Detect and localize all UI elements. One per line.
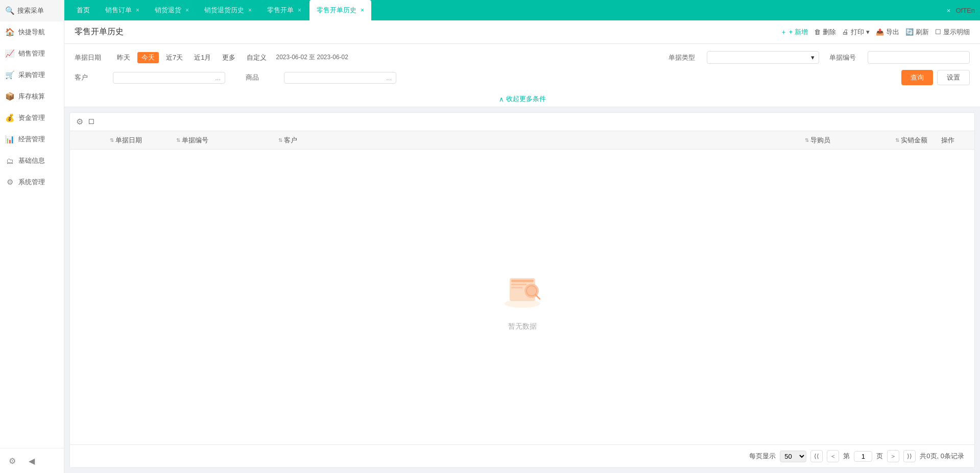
sidebar-item-purchase-mgmt[interactable]: 🛒 采购管理 <box>0 64 64 86</box>
th-sort-amount-icon: ⇅ <box>895 137 899 143</box>
settings-gear-icon[interactable]: ⚙ <box>76 117 83 127</box>
collapse-bar[interactable]: ∧ 收起更多条件 <box>75 91 970 107</box>
topnav: 首页 销售订单 × 销货退货 × 销货退货历史 × 零售开单 × 零售开单历史 … <box>64 0 980 20</box>
th-date[interactable]: ⇅ 单据日期 <box>110 136 176 145</box>
goods-input-wrap[interactable]: ... <box>284 72 396 84</box>
first-page-btn[interactable]: ⟨⟨ <box>810 450 823 462</box>
sidebar-item-label: 销售管理 <box>18 49 45 58</box>
th-action: 操作 <box>927 136 968 145</box>
tab-sales-return-history[interactable]: 销货退货历史 × <box>197 0 259 20</box>
date-option-yesterday[interactable]: 昨天 <box>113 52 134 63</box>
tab-retail-open-close[interactable]: × <box>298 7 301 14</box>
prev-page-btn[interactable]: ＜ <box>827 450 839 462</box>
number-label: 单据编号 <box>829 53 857 62</box>
date-range-display: 2023-06-02 至 2023-06-02 <box>276 53 348 62</box>
th-sort-guide-icon: ⇅ <box>805 137 809 143</box>
tab-home[interactable]: 首页 <box>69 0 97 20</box>
main-area: 首页 销售订单 × 销货退货 × 销货退货历史 × 零售开单 × 零售开单历史 … <box>64 0 980 473</box>
delete-icon: 🗑 <box>814 28 821 36</box>
svg-line-7 <box>536 295 540 299</box>
customer-input[interactable] <box>117 74 213 82</box>
topnav-right: × OfTEn <box>947 7 975 14</box>
date-option-custom[interactable]: 自定义 <box>243 52 271 63</box>
print-button[interactable]: 🖨 打印 ▾ <box>842 28 870 37</box>
delete-label: 删除 <box>823 28 836 37</box>
sidebar-item-sales-mgmt[interactable]: 📈 销售管理 <box>0 43 64 64</box>
tab-sales-order-close[interactable]: × <box>136 7 139 14</box>
th-amount[interactable]: ⇅ 实销金额 <box>866 136 927 145</box>
refresh-button[interactable]: 🔄 刷新 <box>905 28 929 37</box>
type-label: 单据类型 <box>668 53 697 62</box>
display-icon: ☐ <box>935 28 941 36</box>
export-button[interactable]: 📤 导出 <box>876 28 899 37</box>
sidebar-item-label: 资金管理 <box>18 113 45 122</box>
tab-sales-return-label: 销货退货 <box>155 6 181 15</box>
add-icon: ＋ <box>780 28 787 37</box>
number-input[interactable] <box>868 51 970 64</box>
export-label: 导出 <box>886 28 899 37</box>
topnav-close-btn[interactable]: × <box>947 7 951 14</box>
print-label: 打印 <box>851 28 864 37</box>
table-checkbox-all[interactable]: ☐ <box>88 118 94 126</box>
sidebar-item-quick-nav[interactable]: 🏠 快捷导航 <box>0 21 64 43</box>
delete-button[interactable]: 🗑 删除 <box>814 28 836 37</box>
type-select[interactable]: ▾ <box>707 51 819 64</box>
sidebar-item-business[interactable]: 📊 经营管理 <box>0 129 64 150</box>
filter-row-2: 客户 ... 商品 ... 查询 设置 <box>75 70 970 85</box>
collapse-sidebar-btn[interactable]: ◀ <box>25 454 39 468</box>
page-area: 零售开单历史 ＋ + 新增 🗑 删除 🖨 打印 ▾ 📤 导出 <box>64 20 980 473</box>
date-option-1month[interactable]: 近1月 <box>190 52 215 63</box>
sidebar-item-sys-mgmt[interactable]: ⚙ 系统管理 <box>0 171 64 193</box>
sidebar: 🔍 搜索采单 🏠 快捷导航 📈 销售管理 🛒 采购管理 📦 库存核算 💰 资金管… <box>0 0 64 473</box>
next-page-btn[interactable]: ＞ <box>887 450 899 462</box>
purchase-icon: 🛒 <box>5 70 14 80</box>
tab-retail-history-close[interactable]: × <box>361 7 364 14</box>
tab-retail-history[interactable]: 零售开单历史 × <box>309 0 371 20</box>
total-text: 共0页, 0条记录 <box>920 452 964 461</box>
goods-input[interactable] <box>289 74 384 82</box>
filter-area: 单据日期 昨天 今天 近7天 近1月 更多 自定义 2023-06-02 至 2… <box>64 44 980 107</box>
date-option-7days[interactable]: 近7天 <box>162 52 187 63</box>
goods-dots[interactable]: ... <box>386 74 392 82</box>
search-icon: 🔍 <box>5 6 14 15</box>
sidebar-item-label: 基础信息 <box>18 156 45 165</box>
toolbar: ＋ + 新增 🗑 删除 🖨 打印 ▾ 📤 导出 🔄 <box>780 28 970 37</box>
date-option-today[interactable]: 今天 <box>137 52 159 63</box>
sys-icon: ⚙ <box>5 178 14 187</box>
sidebar-item-basic-info[interactable]: 🗂 基础信息 <box>0 150 64 171</box>
svg-rect-4 <box>511 287 522 288</box>
query-button[interactable]: 查询 <box>901 70 933 85</box>
sidebar-item-label: 快捷导航 <box>18 28 45 37</box>
tab-retail-open[interactable]: 零售开单 × <box>260 0 308 20</box>
settings-bottom-icon[interactable]: ⚙ <box>5 454 19 468</box>
print-icon: 🖨 <box>842 28 849 36</box>
setting-button[interactable]: 设置 <box>937 70 970 85</box>
sidebar-item-finance[interactable]: 💰 资金管理 <box>0 107 64 129</box>
th-guide[interactable]: ⇅ 导购员 <box>805 136 866 145</box>
date-option-more[interactable]: 更多 <box>218 52 240 63</box>
customer-input-wrap[interactable]: ... <box>113 72 225 84</box>
display-button[interactable]: ☐ 显示明细 <box>935 28 970 37</box>
tab-sales-return[interactable]: 销货退货 × <box>148 0 196 20</box>
page-header: 零售开单历史 ＋ + 新增 🗑 删除 🖨 打印 ▾ 📤 导出 <box>64 20 980 44</box>
date-label: 单据日期 <box>75 53 103 62</box>
page-size-select[interactable]: 50 100 200 <box>780 451 806 462</box>
refresh-label: 刷新 <box>916 28 929 37</box>
tab-sales-order[interactable]: 销售订单 × <box>98 0 147 20</box>
table-area: ⚙ ☐ ⇅ 单据日期 ⇅ 单据编号 ⇅ 客户 <box>69 112 975 468</box>
th-customer[interactable]: ⇅ 客户 <box>278 136 805 145</box>
customer-dots[interactable]: ... <box>215 74 221 82</box>
export-icon: 📤 <box>876 28 884 36</box>
current-page-input[interactable]: 1 <box>854 451 872 462</box>
last-page-btn[interactable]: ⟩⟩ <box>903 450 916 462</box>
tab-sales-return-history-close[interactable]: × <box>248 7 252 14</box>
sidebar-item-inventory[interactable]: 📦 库存核算 <box>0 86 64 107</box>
sidebar-search[interactable]: 🔍 搜索采单 <box>0 0 64 21</box>
add-button[interactable]: ＋ + 新增 <box>780 28 808 37</box>
filter-row-1: 单据日期 昨天 今天 近7天 近1月 更多 自定义 2023-06-02 至 2… <box>75 51 970 64</box>
svg-rect-3 <box>511 284 527 285</box>
tab-sales-return-close[interactable]: × <box>185 7 189 14</box>
finance-icon: 💰 <box>5 113 14 122</box>
often-label[interactable]: OfTEn <box>955 7 975 14</box>
th-number[interactable]: ⇅ 单据编号 <box>176 136 278 145</box>
